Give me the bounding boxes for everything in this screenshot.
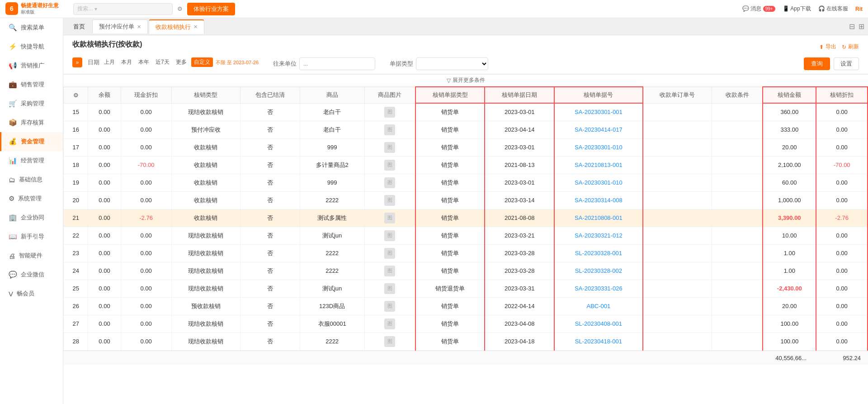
cell-writeoff-voucher-type: 销货单 [415, 138, 485, 156]
col-balance: 余额 [88, 87, 121, 103]
cell-writeoff-voucher-no[interactable]: SA-20230414-017 [554, 121, 643, 138]
search-icon: 🔍 [9, 24, 17, 32]
sidebar-item-operations[interactable]: 📊 经营管理 [0, 151, 63, 170]
cell-writeoff-type: 现结收款核销 [171, 280, 240, 297]
tab-collection[interactable]: 收款核销执行 ✕ [149, 19, 204, 34]
cell-writeoff-type: 收款核销 [171, 191, 240, 209]
tab-maximize-btn[interactable]: ⊞ [859, 22, 864, 31]
gear-icon[interactable]: ⚙ [177, 5, 183, 12]
sidebar-item-purchase[interactable]: 🛒 采购管理 [0, 94, 63, 113]
sidebar-item-finance[interactable]: 💰 资金管理 [0, 132, 63, 151]
sidebar: 🔍 搜索菜单 ⚡ 快捷导航 📢 营销推广 💼 销售管理 🛒 采购管理 📦 库存核… [0, 18, 63, 404]
refresh-btn[interactable]: ↻ 刷新 [842, 43, 859, 51]
cell-collection-condition [712, 156, 763, 174]
cell-cash-discount: 0.00 [121, 191, 171, 209]
col-writeoff-voucher-type: 核销单据类型 [415, 87, 485, 103]
tab-close-prepay[interactable]: ✕ [137, 24, 141, 30]
date-opt-7days[interactable]: 近7天 [154, 57, 171, 67]
sidebar-item-member[interactable]: V 畅会员 [0, 284, 63, 303]
cell-writeoff-voucher-type: 销货单 [415, 244, 485, 262]
cell-writeoff-amount: 100.00 [763, 315, 816, 333]
tab-minimize-btn[interactable]: ⊟ [849, 22, 855, 31]
voucher-type-select[interactable] [416, 57, 488, 70]
voucher-type-label: 单据类型 [390, 60, 413, 68]
cell-cash-discount: 0.00 [121, 262, 171, 280]
sidebar-item-search-menu[interactable]: 🔍 搜索菜单 [0, 18, 63, 37]
tab-home[interactable]: 首页 [67, 20, 91, 33]
sidebar-item-wechat[interactable]: 💬 企业微信 [0, 265, 63, 284]
cell-writeoff-voucher-no[interactable]: ABC-001 [554, 297, 643, 315]
cell-include-settled: 否 [240, 209, 300, 227]
expand-bar[interactable]: ▽ 展开更多条件 [63, 74, 868, 86]
table-row: 25 0.00 0.00 现结收款核销 否 测试jun 图 销货退货单 2023… [64, 280, 868, 297]
date-opt-this-month[interactable]: 本月 [119, 57, 134, 67]
cell-writeoff-voucher-date: 2023-03-01 [485, 138, 554, 156]
msg-icon[interactable]: 💬 消息 99+ [742, 5, 775, 13]
sidebar-item-sales[interactable]: 💼 销售管理 [0, 75, 63, 94]
marketing-icon: 📢 [9, 62, 17, 70]
cell-collection-condition [712, 333, 763, 350]
cell-collection-condition [712, 280, 763, 297]
cell-writeoff-type: 现结收款核销 [171, 262, 240, 280]
date-opt-custom[interactable]: 自定义 [191, 57, 213, 67]
date-opt-more[interactable]: 更多 [174, 57, 189, 67]
sidebar-item-guide[interactable]: 📖 新手引导 [0, 227, 63, 246]
table-container: ⚙ 余额 现金折扣 核销类型 包含已结清 商品 商品图片 核销单据类型 核销单据… [63, 86, 868, 404]
online-service[interactable]: 🎧 在线客服 [818, 5, 848, 13]
sidebar-item-smart-hw[interactable]: 🖨 智能硬件 [0, 246, 63, 265]
sidebar-item-basics[interactable]: 🗂 基础信息 [0, 170, 63, 189]
cell-writeoff-voucher-no[interactable]: SA-20230301-010 [554, 138, 643, 156]
cell-writeoff-voucher-no[interactable]: SA-20210808-001 [554, 209, 643, 227]
cell-balance: 0.00 [88, 262, 121, 280]
cell-writeoff-voucher-no[interactable]: SA-20230301-010 [554, 174, 643, 191]
sidebar-item-quick-nav[interactable]: ⚡ 快捷导航 [0, 37, 63, 56]
cell-writeoff-voucher-date: 2023-03-21 [485, 227, 554, 244]
query-btn[interactable]: 查询 [804, 57, 830, 70]
cell-writeoff-voucher-no[interactable]: SA-20210813-001 [554, 156, 643, 174]
sidebar-item-enterprise[interactable]: 🏢 企业协同 [0, 208, 63, 227]
cell-writeoff-type: 收款核销 [171, 209, 240, 227]
export-btn[interactable]: ⬆ 导出 [819, 43, 836, 51]
cell-goods: 123D商品 [300, 297, 364, 315]
cell-writeoff-voucher-no[interactable]: SL-20230408-001 [554, 315, 643, 333]
cell-writeoff-voucher-no[interactable]: SA-20230314-008 [554, 191, 643, 209]
sidebar-item-system[interactable]: ⚙ 系统管理 [0, 189, 63, 208]
cell-writeoff-voucher-no[interactable]: SA-20230301-001 [554, 103, 643, 121]
date-opt-last-month[interactable]: 上月 [102, 57, 117, 67]
tab-prepay[interactable]: 预付冲应付单 ✕ [92, 19, 148, 33]
cell-writeoff-voucher-no[interactable]: SA-20230321-012 [554, 227, 643, 244]
cell-no: 15 [64, 103, 88, 121]
col-settings[interactable]: ⚙ [64, 87, 88, 103]
user-label[interactable]: Rit [855, 6, 863, 12]
cell-writeoff-voucher-no[interactable]: SA-20230331-026 [554, 280, 643, 297]
cell-writeoff-voucher-date: 2023-04-08 [485, 315, 554, 333]
cell-writeoff-voucher-no[interactable]: SL-20230418-001 [554, 333, 643, 350]
cell-writeoff-type: 现结收款核销 [171, 244, 240, 262]
sidebar-item-inventory[interactable]: 📦 库存核算 [0, 113, 63, 132]
cell-writeoff-voucher-type: 销货单 [415, 103, 485, 121]
guide-icon: 📖 [9, 233, 17, 241]
industry-btn[interactable]: 体验行业方案 [187, 3, 235, 15]
cell-cash-discount: 0.00 [121, 315, 171, 333]
cell-collection-condition [712, 191, 763, 209]
cell-cash-discount: 0.00 [121, 227, 171, 244]
filter-toggle-btn[interactable]: » [72, 57, 82, 67]
setting-btn[interactable]: 设置 [834, 57, 859, 70]
cell-no: 24 [64, 262, 88, 280]
sidebar-label: 畅会员 [17, 290, 34, 298]
date-opt-this-year[interactable]: 本年 [137, 57, 151, 67]
sidebar-item-marketing[interactable]: 📢 营销推广 [0, 56, 63, 75]
cell-writeoff-voucher-no[interactable]: SL-20230328-001 [554, 244, 643, 262]
tab-label: 收款核销执行 [156, 23, 191, 31]
cell-writeoff-voucher-no[interactable]: SL-20230328-002 [554, 262, 643, 280]
cell-collection-condition [712, 174, 763, 191]
cell-include-settled: 否 [240, 280, 300, 297]
cell-writeoff-discount: -70.00 [816, 156, 868, 174]
cell-goods: 999 [300, 138, 364, 156]
app-download[interactable]: 📱 App下载 [783, 5, 811, 13]
tab-close-collection[interactable]: ✕ [193, 24, 198, 30]
partner-input[interactable] [299, 57, 375, 70]
cell-writeoff-discount: 0.00 [816, 227, 868, 244]
cell-goods-image: 图 [364, 209, 415, 227]
sidebar-label: 企业微信 [21, 271, 44, 279]
